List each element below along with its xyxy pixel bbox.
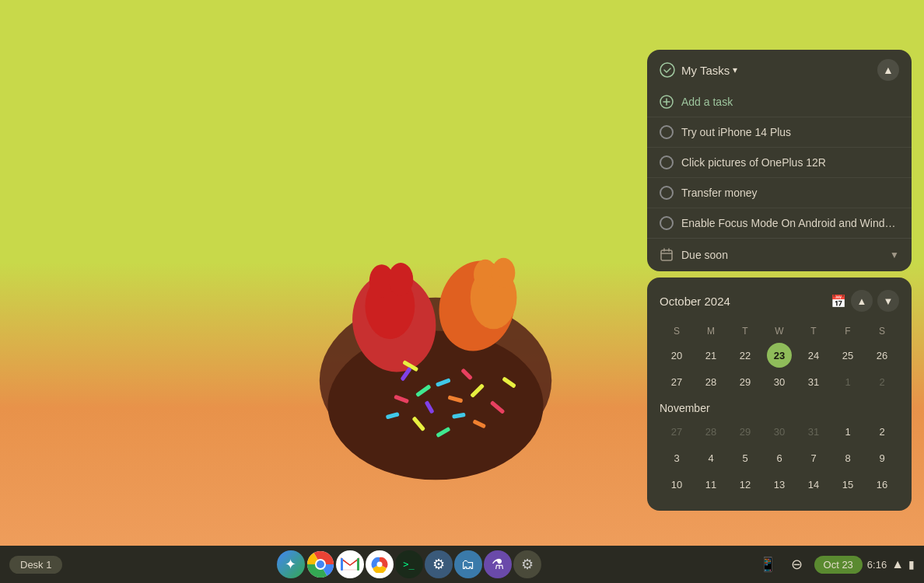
terminal-app-icon[interactable]: >_ (395, 550, 423, 578)
nov-cal-day-5[interactable]: 5 (733, 445, 758, 470)
taskbar-right: 📱 ⊖ Oct 23 6:16 ▲ ▮ (755, 552, 915, 577)
task-2-text: Click pictures of OnePlus 12R (681, 156, 826, 169)
task-1-checkbox[interactable] (660, 125, 674, 139)
add-task-icon (660, 95, 674, 109)
tasks-collapse-button[interactable]: ▲ (877, 59, 899, 81)
nov-cal-oct-31[interactable]: 31 (801, 419, 826, 444)
taskbar-center: ✦ (65, 550, 751, 578)
tasks-dropdown-icon: ▾ (733, 65, 737, 75)
due-soon-expand-icon[interactable]: ▼ (890, 250, 899, 260)
nov-cal-day-10[interactable]: 10 (664, 472, 689, 497)
due-soon-icon (660, 248, 674, 262)
task-item-2: Click pictures of OnePlus 12R (647, 147, 912, 177)
nov-cal-day-13[interactable]: 13 (767, 472, 792, 497)
nov-cal-oct-30[interactable]: 30 (767, 419, 792, 444)
task-3-checkbox[interactable] (660, 186, 674, 200)
day-header-f: F (831, 323, 865, 340)
do-not-disturb-button[interactable]: ⊖ (785, 552, 810, 577)
settings-app-icon[interactable]: ⚙ (513, 550, 541, 578)
gummy-bear-image (233, 155, 638, 505)
nov-cal-oct-28[interactable]: 28 (698, 419, 723, 444)
nov-cal-day-8[interactable]: 8 (835, 445, 860, 470)
nov-cal-day-3[interactable]: 3 (664, 445, 689, 470)
right-panels: My Tasks ▾ ▲ Add a task Try out iPhone 1… (647, 50, 912, 511)
svg-rect-34 (357, 558, 359, 571)
tasks-header-left: My Tasks ▾ (660, 62, 737, 78)
calendar-next-button[interactable]: ▼ (877, 290, 899, 312)
taskbar-left: Desk 1 (9, 556, 62, 574)
cal-day-26[interactable]: 26 (870, 343, 894, 368)
cal-day-23-today[interactable]: 23 (767, 343, 792, 368)
files-icon-symbol: 🗂 (461, 557, 475, 573)
gmail-icon-svg (341, 557, 359, 572)
taskbar: Desk 1 ✦ (0, 546, 924, 583)
nov-cal-day-16[interactable]: 16 (870, 472, 894, 497)
task-1-text: Try out iPhone 14 Plus (681, 126, 791, 138)
settings-icon-symbol: ⚙ (521, 556, 534, 573)
tasks-check-icon (660, 62, 675, 78)
nov-cal-day-4[interactable]: 4 (698, 445, 723, 470)
cal-day-31[interactable]: 31 (801, 369, 826, 394)
nov-cal-day-6[interactable]: 6 (767, 445, 792, 470)
cal-day-28[interactable]: 28 (698, 369, 723, 394)
svg-point-6 (388, 263, 413, 296)
calendar-prev-button[interactable]: ▲ (851, 290, 873, 312)
tasks-title[interactable]: My Tasks ▾ (681, 64, 737, 77)
gmail-app-icon[interactable] (336, 550, 364, 578)
tasks-panel: My Tasks ▾ ▲ Add a task Try out iPhone 1… (647, 50, 912, 271)
nov-cal-oct-27[interactable]: 27 (664, 419, 689, 444)
date-time-button[interactable]: Oct 23 (814, 556, 863, 574)
add-task-row[interactable]: Add a task (647, 90, 912, 117)
add-task-label: Add a task (681, 96, 733, 108)
nov-cal-day-1[interactable]: 1 (835, 419, 860, 444)
nov-week-1: 27 28 29 30 31 1 2 (660, 419, 899, 444)
nov-cal-day-12[interactable]: 12 (733, 472, 758, 497)
cal-day-25[interactable]: 25 (835, 343, 860, 368)
calendar-nav: 📅 ▲ ▼ (831, 290, 899, 312)
chrome-app-icon[interactable] (306, 550, 334, 578)
cal-day-27[interactable]: 27 (664, 369, 689, 394)
november-calendar-grid: 27 28 29 30 31 1 2 3 4 5 6 7 8 9 10 (660, 419, 899, 497)
task-2-checkbox[interactable] (660, 155, 674, 169)
wifi-status-icon[interactable]: ▲ (891, 557, 904, 571)
nov-cal-oct-29[interactable]: 29 (733, 419, 758, 444)
assistant-app-icon[interactable]: ✦ (277, 550, 305, 578)
cal-day-30[interactable]: 30 (767, 369, 792, 394)
cal-day-nov-1[interactable]: 1 (835, 369, 860, 394)
task-item-4: Enable Focus Mode On Android and Windows… (647, 208, 912, 238)
calendar-header: October 2024 📅 ▲ ▼ (660, 290, 899, 312)
carplay-app-icon[interactable]: ⚙ (425, 550, 453, 578)
svg-point-9 (492, 257, 515, 287)
day-header-t2: T (796, 323, 831, 340)
nov-cal-day-11[interactable]: 11 (698, 472, 723, 497)
calendar-icon[interactable]: 📅 (831, 294, 846, 309)
october-week-2: 27 28 29 30 31 1 2 (660, 369, 899, 394)
cal-day-29[interactable]: 29 (733, 369, 758, 394)
calendar-month-label: October 2024 (660, 295, 730, 308)
due-soon-label: Due soon (681, 249, 728, 261)
phone-mirror-button[interactable]: 📱 (755, 552, 780, 577)
nov-cal-day-9[interactable]: 9 (870, 445, 894, 470)
nov-cal-day-2[interactable]: 2 (870, 419, 894, 444)
dnd-icon-symbol: ⊖ (791, 556, 803, 573)
cal-day-22[interactable]: 22 (733, 343, 758, 368)
day-header-s2: S (865, 323, 899, 340)
cal-day-21[interactable]: 21 (698, 343, 723, 368)
assistant-icon-symbol: ✦ (285, 556, 296, 573)
due-soon-row[interactable]: Due soon ▼ (647, 238, 912, 271)
desk-switcher-button[interactable]: Desk 1 (9, 556, 62, 574)
task-4-checkbox[interactable] (660, 216, 674, 230)
cal-day-nov-2[interactable]: 2 (870, 369, 894, 394)
photos-app-icon[interactable] (366, 550, 394, 578)
lab-app-icon[interactable]: ⚗ (484, 550, 512, 578)
task-3-text: Transfer money (681, 187, 758, 199)
nov-cal-day-7[interactable]: 7 (801, 445, 826, 470)
nov-cal-day-14[interactable]: 14 (801, 472, 826, 497)
nov-cal-day-15[interactable]: 15 (835, 472, 860, 497)
svg-point-35 (376, 562, 382, 567)
files-app-icon[interactable]: 🗂 (454, 550, 482, 578)
cal-day-24[interactable]: 24 (801, 343, 826, 368)
due-soon-left: Due soon (660, 248, 728, 262)
cal-day-20[interactable]: 20 (664, 343, 689, 368)
carplay-icon-symbol: ⚙ (432, 556, 445, 573)
